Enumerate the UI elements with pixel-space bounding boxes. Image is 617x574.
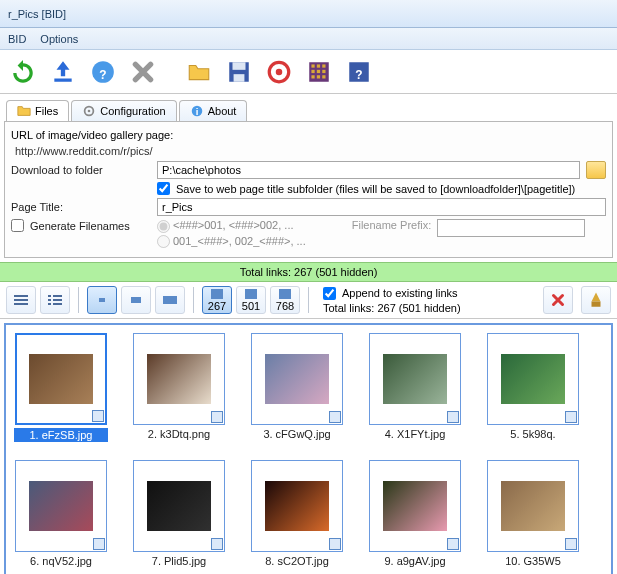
url-label: URL of image/video gallery page:: [11, 129, 173, 141]
svg-rect-4: [233, 62, 246, 70]
thumbnail-filename: 5. 5k98q.: [486, 428, 580, 440]
thumbnail-item[interactable]: 2. k3Dtq.png: [132, 333, 226, 442]
thumbnail-filename: 9. a9gAV.jpg: [368, 555, 462, 567]
append-links-checkbox[interactable]: Append to existing links: [323, 287, 461, 300]
size-768-button[interactable]: 768: [270, 286, 300, 314]
tab-about[interactable]: i About: [179, 100, 248, 121]
settings-button[interactable]: [262, 55, 296, 89]
clean-button[interactable]: [581, 286, 611, 314]
thumbnail-item[interactable]: 9. a9gAV.jpg: [368, 460, 462, 567]
svg-point-21: [88, 110, 91, 113]
thumbnail-item[interactable]: 7. Plid5.jpg: [132, 460, 226, 567]
thumbnail-image: [251, 333, 343, 425]
svg-text:?: ?: [355, 67, 362, 81]
menu-bid[interactable]: BID: [8, 33, 26, 45]
tab-strip: Files Configuration i About: [6, 100, 617, 121]
browse-folder-button[interactable]: [586, 161, 606, 179]
tab-files-label: Files: [35, 105, 58, 117]
generate-filenames-checkbox[interactable]: Generate Filenames: [11, 219, 151, 232]
thumb-badge-icon: [93, 538, 105, 550]
svg-point-7: [276, 68, 283, 75]
delete-button[interactable]: [543, 286, 573, 314]
thumbnail-filename: 4. X1FYt.jpg: [368, 428, 462, 440]
menu-options[interactable]: Options: [40, 33, 78, 45]
thumb-large-button[interactable]: [155, 286, 185, 314]
svg-text:i: i: [195, 106, 198, 117]
svg-rect-5: [234, 74, 245, 82]
thumbnail-filename: 10. G35W5: [486, 555, 580, 567]
page-title-input[interactable]: [157, 198, 606, 216]
thumbnail-filename: 7. Plid5.jpg: [132, 555, 226, 567]
view-list-button[interactable]: [6, 286, 36, 314]
svg-rect-12: [311, 69, 314, 72]
main-toolbar: ? ?: [0, 50, 617, 94]
thumb-med-button[interactable]: [121, 286, 151, 314]
thumbnail-filename: 3. cFGwQ.jpg: [250, 428, 344, 440]
folder-label: Download to folder: [11, 164, 151, 176]
thumb-small-button[interactable]: [87, 286, 117, 314]
svg-rect-10: [317, 64, 320, 67]
thumbnail-image: [251, 460, 343, 552]
svg-rect-13: [317, 69, 320, 72]
view-details-button[interactable]: [40, 286, 70, 314]
filename-prefix-input[interactable]: [437, 219, 585, 237]
files-panel: URL of image/video gallery page: http://…: [4, 121, 613, 258]
svg-rect-15: [311, 75, 314, 78]
thumbnail-item[interactable]: 6. nqV52.jpg: [14, 460, 108, 567]
svg-rect-32: [53, 303, 62, 305]
filename-pattern-radios: <###>001, <###>002, ... 001_<###>, 002_<…: [157, 219, 306, 248]
thumb-badge-icon: [447, 538, 459, 550]
thumbnail-image: [15, 333, 107, 425]
save-button[interactable]: [222, 55, 256, 89]
size-267-button[interactable]: 267: [202, 286, 232, 314]
thumbnail-item[interactable]: 10. G35W5: [486, 460, 580, 567]
thumbnail-image: [15, 460, 107, 552]
grid-button[interactable]: [302, 55, 336, 89]
pattern-radio-1[interactable]: <###>001, <###>002, ...: [157, 219, 306, 233]
thumbnail-item[interactable]: 8. sC2OT.jpg: [250, 460, 344, 567]
svg-rect-0: [54, 78, 71, 81]
pattern-radio-2[interactable]: 001_<###>, 002_<###>, ...: [157, 235, 306, 249]
save-subfolder-checkbox[interactable]: Save to web page title subfolder (files …: [157, 182, 575, 195]
svg-rect-33: [211, 289, 223, 299]
thumbnail-item[interactable]: 4. X1FYt.jpg: [368, 333, 462, 442]
tab-files[interactable]: Files: [6, 100, 69, 121]
folder-button[interactable]: [182, 55, 216, 89]
svg-rect-34: [245, 289, 257, 299]
svg-rect-9: [311, 64, 314, 67]
thumb-badge-icon: [565, 411, 577, 423]
help-button[interactable]: ?: [86, 55, 120, 89]
thumbnail-image: [369, 460, 461, 552]
thumbnail-filename: 2. k3Dtq.png: [132, 428, 226, 440]
thumbnail-image: [487, 460, 579, 552]
svg-rect-11: [322, 64, 325, 67]
cancel-button[interactable]: [126, 55, 160, 89]
thumbnail-item[interactable]: 1. eFzSB.jpg: [14, 333, 108, 442]
thumbnail-item[interactable]: 5. 5k98q.: [486, 333, 580, 442]
reload-button[interactable]: [6, 55, 40, 89]
info-button[interactable]: ?: [342, 55, 376, 89]
svg-rect-30: [53, 299, 62, 301]
size-toolbar: 267 501 768 Append to existing links Tot…: [0, 282, 617, 319]
thumbnail-item[interactable]: 3. cFGwQ.jpg: [250, 333, 344, 442]
svg-rect-16: [317, 75, 320, 78]
thumbnail-image: [369, 333, 461, 425]
svg-rect-14: [322, 69, 325, 72]
thumbnail-area: 1. eFzSB.jpg 2. k3Dtq.png 3. cFGwQ.jpg 4…: [4, 323, 613, 574]
tab-config-label: Configuration: [100, 105, 165, 117]
page-title-label: Page Title:: [11, 201, 151, 213]
tab-about-label: About: [208, 105, 237, 117]
thumb-badge-icon: [211, 411, 223, 423]
size-501-button[interactable]: 501: [236, 286, 266, 314]
download-button[interactable]: [46, 55, 80, 89]
menubar: BID Options: [0, 28, 617, 50]
svg-rect-28: [53, 295, 62, 297]
folder-input[interactable]: [157, 161, 580, 179]
total-links-bar: Total links: 267 (501 hidden): [0, 262, 617, 282]
thumbnail-filename: 6. nqV52.jpg: [14, 555, 108, 567]
window-titlebar: r_Pics [BID]: [0, 0, 617, 28]
thumb-badge-icon: [329, 411, 341, 423]
url-value[interactable]: http://www.reddit.com/r/pics/: [11, 144, 157, 158]
tab-configuration[interactable]: Configuration: [71, 100, 176, 121]
thumbnail-filename: 8. sC2OT.jpg: [250, 555, 344, 567]
